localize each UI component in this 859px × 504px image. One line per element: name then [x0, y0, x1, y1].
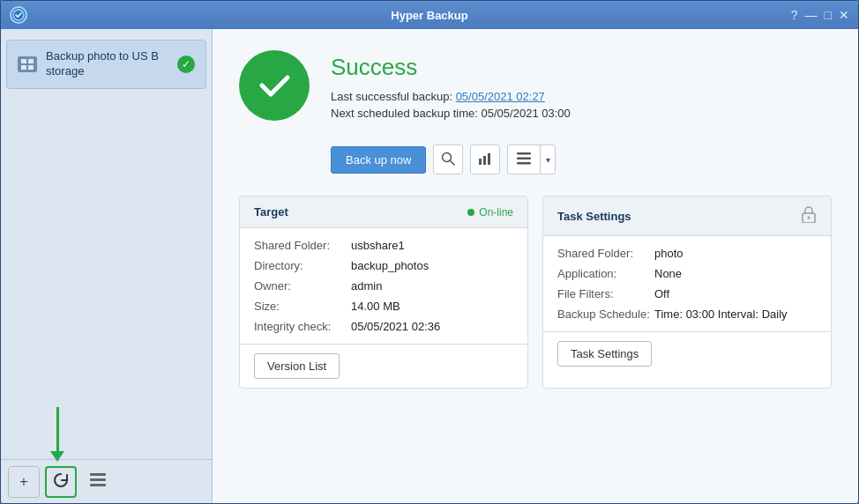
task-shared-folder-label: Shared Folder:	[557, 247, 654, 260]
app-icon	[10, 6, 27, 24]
last-backup-time[interactable]: 05/05/2021 02:27	[456, 90, 545, 103]
sidebar-items: Backup photo to US B storage ✓	[1, 29, 212, 459]
integrity-label: Integrity check:	[254, 320, 351, 333]
table-row: File Filters: Off	[557, 287, 817, 300]
sidebar: Backup photo to US B storage ✓ +	[1, 29, 213, 503]
table-row: Directory: backup_photos	[254, 259, 513, 272]
directory-value: backup_photos	[351, 259, 429, 272]
last-backup-prefix: Last successful backup:	[331, 90, 456, 103]
file-filters-label: File Filters:	[557, 287, 654, 300]
table-row: Shared Folder: photo	[557, 247, 817, 260]
menu-icon	[517, 152, 531, 167]
success-icon	[239, 50, 310, 121]
sidebar-item-label: Backup photo to US B storage	[46, 49, 168, 79]
menu-split-button[interactable]: ▾	[507, 145, 556, 174]
target-panel-title: Target	[254, 205, 288, 219]
status-info: Success Last successful backup: 05/05/20…	[331, 50, 832, 123]
size-value: 14.00 MB	[351, 300, 400, 313]
table-row: Backup Schedule: Time: 03:00 Interval: D…	[557, 308, 817, 321]
task-shared-folder-value: photo	[654, 247, 683, 260]
svg-point-17	[808, 217, 810, 219]
back-up-now-button[interactable]: Back up now	[331, 146, 426, 174]
svg-rect-7	[90, 484, 106, 486]
shared-folder-label: Shared Folder:	[254, 239, 351, 252]
task-panel-header: Task Settings	[543, 196, 831, 236]
shared-folder-value: usbshare1	[351, 239, 405, 252]
search-icon	[441, 152, 455, 168]
svg-rect-4	[28, 65, 34, 70]
arrow-indicator	[50, 407, 64, 462]
task-panel-body: Shared Folder: photo Application: None F…	[543, 236, 831, 331]
backup-schedule-label: Backup Schedule:	[557, 308, 654, 321]
application-label: Application:	[557, 267, 654, 280]
close-button[interactable]: ✕	[839, 8, 849, 22]
maximize-button[interactable]: □	[825, 8, 832, 22]
app-window: Hyper Backup ? — □ ✕	[0, 0, 859, 504]
lock-icon	[801, 205, 817, 226]
svg-rect-1	[21, 59, 26, 63]
chart-icon	[478, 152, 492, 168]
target-panel-footer: Version List	[240, 344, 527, 388]
svg-rect-12	[488, 153, 490, 165]
target-panel-header: Target On-line	[240, 196, 527, 228]
sidebar-item-status-icon: ✓	[177, 56, 195, 73]
svg-rect-5	[90, 473, 106, 476]
add-backup-button[interactable]: +	[8, 466, 40, 498]
size-label: Size:	[254, 300, 351, 313]
backup-schedule-value: Time: 03:00 Interval: Daily	[654, 308, 788, 321]
content-area: Success Last successful backup: 05/05/20…	[213, 29, 858, 503]
svg-rect-3	[21, 65, 26, 70]
log-button[interactable]	[82, 466, 114, 498]
window-controls: ? — □ ✕	[791, 8, 849, 22]
application-value: None	[654, 267, 682, 280]
target-panel: Target On-line Shared Folder: usbshare1 …	[239, 196, 528, 389]
file-filters-value: Off	[654, 287, 669, 300]
help-button[interactable]: ?	[791, 8, 798, 22]
task-panel: Task Settings Shared Folder: p	[542, 196, 832, 389]
titlebar: Hyper Backup ? — □ ✕	[1, 1, 858, 29]
menu-button-arrow[interactable]: ▾	[540, 145, 556, 174]
directory-label: Directory:	[254, 259, 351, 272]
titlebar-left	[10, 6, 27, 24]
svg-rect-11	[483, 156, 486, 165]
restore-button[interactable]	[45, 466, 77, 498]
online-dot	[467, 209, 474, 216]
status-title: Success	[331, 54, 832, 81]
table-row: Owner: admin	[254, 279, 513, 293]
plus-icon: +	[19, 474, 27, 490]
svg-rect-10	[479, 159, 482, 165]
next-backup-time: 05/05/2021 03:00	[482, 107, 571, 120]
menu-button-main[interactable]	[507, 145, 540, 174]
task-panel-footer: Task Settings	[543, 331, 831, 375]
task-settings-button[interactable]: Task Settings	[557, 341, 652, 367]
table-row: Application: None	[557, 267, 817, 280]
restore-icon	[52, 471, 70, 493]
svg-rect-13	[517, 152, 531, 155]
online-label: On-line	[479, 206, 513, 219]
stats-button[interactable]	[470, 145, 500, 174]
integrity-value: 05/05/2021 02:36	[351, 320, 440, 333]
arrow-line	[56, 407, 59, 451]
chevron-down-icon: ▾	[546, 155, 550, 165]
table-row: Shared Folder: usbshare1	[254, 239, 513, 252]
window-title: Hyper Backup	[391, 9, 467, 22]
next-backup-prefix: Next scheduled backup time:	[331, 107, 482, 120]
action-bar: Back up now	[331, 145, 832, 174]
sidebar-item-backup-usb[interactable]: Backup photo to US B storage ✓	[6, 40, 206, 89]
svg-rect-14	[517, 157, 531, 159]
table-row: Integrity check: 05/05/2021 02:36	[254, 320, 513, 333]
task-panel-title: Task Settings	[557, 210, 631, 223]
table-row: Size: 14.00 MB	[254, 300, 513, 313]
last-backup-info: Last successful backup: 05/05/2021 02:27	[331, 90, 832, 103]
minimize-button[interactable]: —	[805, 8, 818, 22]
log-icon	[90, 473, 106, 491]
status-section: Success Last successful backup: 05/05/20…	[239, 50, 832, 123]
arrow-head	[50, 451, 64, 462]
svg-rect-6	[90, 478, 106, 481]
search-button[interactable]	[433, 145, 463, 174]
grid-icon	[18, 56, 37, 72]
svg-rect-15	[517, 162, 531, 165]
version-list-button[interactable]: Version List	[254, 353, 340, 379]
owner-value: admin	[351, 279, 382, 293]
svg-rect-2	[28, 59, 34, 63]
